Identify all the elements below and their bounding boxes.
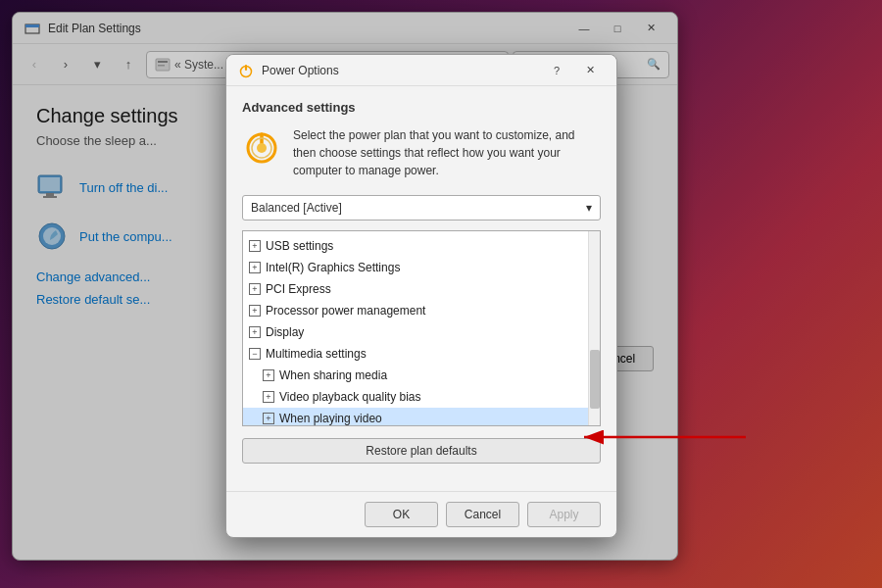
list-item-sharing-label: When sharing media xyxy=(279,368,387,382)
list-item-pci-label: PCI Express xyxy=(266,282,331,296)
svg-rect-10 xyxy=(40,177,60,191)
ok-label: OK xyxy=(393,508,410,521)
dialog-footer: OK Cancel Apply xyxy=(226,491,616,537)
list-item-playing-label: When playing video xyxy=(279,412,382,425)
dialog-title: Power Options xyxy=(262,64,542,77)
svg-point-18 xyxy=(257,143,267,153)
list-item-quality[interactable]: + Video playback quality bias xyxy=(243,386,600,408)
scrollbar-thumb[interactable] xyxy=(590,350,600,409)
expand-playing-icon[interactable]: + xyxy=(263,413,274,424)
recent-pages-button[interactable]: ▾ xyxy=(83,51,111,78)
window-icon xyxy=(24,21,40,36)
display-icon xyxy=(36,172,68,203)
restore-plan-defaults-button[interactable]: Restore plan defaults xyxy=(242,438,601,464)
list-item-quality-label: Video playback quality bias xyxy=(279,390,421,404)
address-icon xyxy=(155,57,171,73)
list-item-intel[interactable]: + Intel(R) Graphics Settings xyxy=(243,257,600,278)
restore-btn-label: Restore plan defaults xyxy=(366,444,476,458)
expand-sharing-icon[interactable]: + xyxy=(263,369,274,381)
expand-multimedia-icon[interactable]: − xyxy=(249,348,261,360)
list-item-intel-label: Intel(R) Graphics Settings xyxy=(266,261,400,274)
svg-rect-9 xyxy=(43,196,57,198)
dialog-description-row: Select the power plan that you want to c… xyxy=(242,126,601,179)
svg-rect-1 xyxy=(25,24,39,27)
bg-window-controls: — □ ✕ xyxy=(569,19,665,38)
dropdown-arrow-icon: ▾ xyxy=(586,201,592,215)
list-item-multimedia[interactable]: − Multimedia settings xyxy=(243,343,600,365)
sleep-setting-label[interactable]: Put the compu... xyxy=(79,229,172,244)
list-item-processor-label: Processor power management xyxy=(266,304,425,318)
list-item-pci[interactable]: + PCI Express xyxy=(243,278,600,300)
expand-display-icon[interactable]: + xyxy=(249,326,261,338)
svg-rect-3 xyxy=(158,61,168,63)
svg-rect-4 xyxy=(158,65,165,67)
minimize-button[interactable]: — xyxy=(569,19,599,38)
dialog-controls: ? ✕ xyxy=(542,61,605,80)
svg-rect-8 xyxy=(46,193,54,196)
ok-button[interactable]: OK xyxy=(365,502,438,527)
dialog-description: Select the power plan that you want to c… xyxy=(293,126,601,179)
cancel-label: Cancel xyxy=(465,508,501,521)
list-item-multimedia-label: Multimedia settings xyxy=(266,347,367,361)
list-item-display-label: Display xyxy=(266,325,304,339)
expand-quality-icon[interactable]: + xyxy=(263,391,274,403)
dialog-titlebar: Power Options ? ✕ xyxy=(226,55,616,86)
sleep-icon xyxy=(36,220,68,252)
expand-usb-icon[interactable]: + xyxy=(249,240,261,252)
back-button[interactable]: ‹ xyxy=(21,51,48,78)
search-icon: 🔍 xyxy=(647,58,661,71)
apply-button[interactable]: Apply xyxy=(527,502,601,527)
dialog-power-icon xyxy=(238,63,254,78)
list-item-usb-label: USB settings xyxy=(266,239,333,253)
scrollbar[interactable] xyxy=(588,231,600,425)
expand-intel-icon[interactable]: + xyxy=(249,262,261,273)
power-options-dialog: Power Options ? ✕ Advanced settings Sele… xyxy=(225,54,617,538)
bg-titlebar: Edit Plan Settings — □ ✕ xyxy=(13,13,677,44)
maximize-button[interactable]: □ xyxy=(603,19,632,38)
expand-processor-icon[interactable]: + xyxy=(249,305,261,317)
expand-pci-icon[interactable]: + xyxy=(249,283,261,295)
settings-list-container[interactable]: + USB settings + Intel(R) Graphics Setti… xyxy=(242,230,601,426)
up-button[interactable]: ↑ xyxy=(115,51,142,78)
dialog-body: Advanced settings Select the power plan … xyxy=(226,86,616,491)
list-item-processor[interactable]: + Processor power management xyxy=(243,300,600,321)
dialog-section-title: Advanced settings xyxy=(242,100,601,115)
close-button[interactable]: ✕ xyxy=(636,19,665,38)
power-icon-large xyxy=(242,126,281,166)
list-item-display[interactable]: + Display xyxy=(243,321,600,343)
forward-button[interactable]: › xyxy=(52,51,79,78)
cancel-button[interactable]: Cancel xyxy=(446,502,519,527)
plan-dropdown-value: Balanced [Active] xyxy=(251,201,342,215)
list-item-playing[interactable]: + When playing video xyxy=(243,408,600,426)
apply-label: Apply xyxy=(549,508,578,521)
settings-list: + USB settings + Intel(R) Graphics Setti… xyxy=(243,231,600,426)
address-text: « Syste... xyxy=(174,58,223,72)
dialog-close-button[interactable]: ✕ xyxy=(575,61,605,80)
plan-dropdown[interactable]: Balanced [Active] ▾ xyxy=(242,195,601,220)
list-item-sharing[interactable]: + When sharing media xyxy=(243,365,600,386)
bg-window-title: Edit Plan Settings xyxy=(48,22,569,35)
list-item-usb[interactable]: + USB settings xyxy=(243,235,600,257)
display-setting-label[interactable]: Turn off the di... xyxy=(79,180,168,195)
dialog-help-button[interactable]: ? xyxy=(542,61,571,80)
